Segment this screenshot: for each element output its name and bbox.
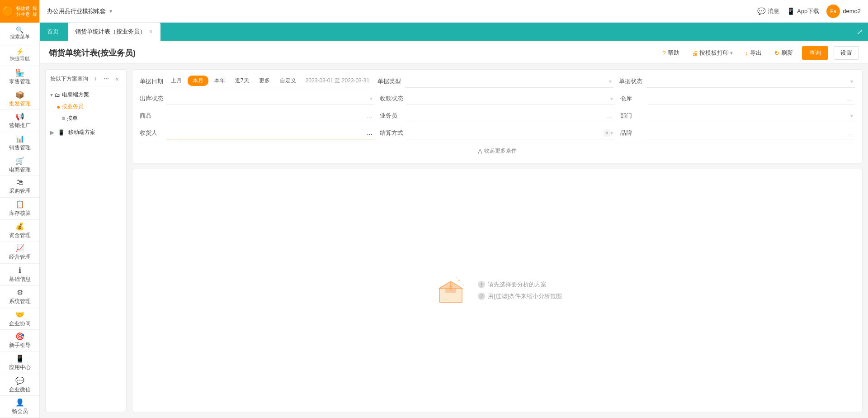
goods-ellipsis-icon[interactable]: … (366, 112, 373, 119)
page-header-actions: ? 帮助 🖨 按模板打印 ▾ ↓ 导出 ↻ 刷新 查询 设置 (659, 46, 859, 60)
phone-icon: 📱 (787, 7, 795, 15)
date-more-btn[interactable]: 更多 (255, 76, 274, 86)
tab-home[interactable]: 首页 (40, 23, 66, 41)
payment-label: 收款状态 (380, 95, 407, 103)
collapse-up-icon: ⋀ (478, 148, 482, 154)
add-scheme-btn[interactable]: + (91, 74, 100, 83)
doc-type-arrow-icon: ▾ (609, 78, 612, 85)
export-icon: ↓ (745, 50, 749, 57)
operations-icon: 📈 (15, 244, 24, 252)
department-select[interactable]: ▾ (647, 109, 855, 122)
goods-select[interactable]: … (167, 109, 374, 122)
svg-point-7 (458, 280, 460, 281)
sidebar-item-basic-info[interactable]: ℹ 基础信息 (0, 264, 39, 286)
inventory-icon: 📋 (15, 200, 24, 209)
brand-select[interactable]: … (647, 127, 855, 139)
consignee-input-wrap[interactable]: … (167, 127, 374, 139)
member-icon: 👤 (15, 398, 24, 407)
query-btn[interactable]: 查询 (802, 46, 828, 60)
retail-icon: 🏪 (15, 68, 24, 77)
sidebar-item-enterprise[interactable]: 🤝 企业协同 (0, 308, 39, 330)
brand-ellipsis-icon[interactable]: … (847, 129, 853, 137)
warehouse-ellipsis-icon[interactable]: … (847, 95, 853, 102)
mobile-scheme-group[interactable]: ▶ 📱 移动端方案 (46, 127, 126, 138)
date-label: 单据日期 (140, 77, 167, 86)
date-this-month-btn[interactable]: 本月 (188, 76, 208, 86)
tab-active[interactable]: 销货单统计表（按业务员） × (68, 23, 160, 41)
guide-icon: 🎯 (15, 332, 24, 341)
pc-scheme-group-header[interactable]: ▾ 🗂 电脑端方案 (46, 89, 126, 100)
right-panel: 单据日期 上月 本月 本年 近7天 更多 自定义 2023-03-01 至 20… (132, 69, 863, 412)
mobile-folder-icon: 📱 (58, 129, 65, 136)
warehouse-select[interactable]: … (647, 92, 855, 105)
filter-row-4: 收货人 … 结算方式 × ▾ 品牌 (140, 127, 855, 139)
doc-type-label: 单据类型 (377, 77, 405, 86)
sidebar-item-inventory[interactable]: 📋 库存核算 (0, 198, 39, 220)
sidebar-item-purchase[interactable]: 🛍 采购管理 (0, 176, 39, 198)
consignee-ellipsis-icon[interactable]: … (367, 129, 373, 136)
sidebar-item-app-center[interactable]: 📱 应用中心 (0, 352, 39, 374)
tab-bar: 首页 销货单统计表（按业务员） × ⤢ (40, 23, 868, 41)
svg-point-0 (106, 78, 107, 79)
date-prev-month-btn[interactable]: 上月 (167, 76, 186, 86)
sidebar-item-wechat[interactable]: 💬 企业微信 (0, 374, 39, 396)
warehouse-label: 仓库 (620, 95, 647, 103)
svg-point-9 (456, 277, 457, 279)
print-btn[interactable]: 🖨 按模板打印 ▾ (689, 47, 736, 59)
sidebar-item-wholesale[interactable]: 📦 批发管理 (0, 88, 39, 110)
collapse-panel-btn[interactable]: « (113, 74, 122, 83)
date-custom-btn[interactable]: 自定义 (276, 76, 300, 86)
stock-out-select[interactable]: ▾ (167, 92, 374, 105)
scheme-item-order[interactable]: ≡ 按单 (46, 113, 126, 124)
edit-scheme-btn[interactable] (102, 74, 111, 83)
app-logo: 🟠 畅捷通好生意 标版 (0, 0, 39, 23)
sidebar-item-finance[interactable]: 💰 资金管理 (0, 220, 39, 242)
salesperson-ellipsis-icon[interactable]: … (607, 112, 613, 119)
doc-type-select[interactable]: ▾ (405, 75, 613, 88)
empty-tip-1: 1 请先选择要分析的方案 (478, 280, 561, 289)
mobile-group-arrow-icon: ▶ (50, 129, 54, 136)
refresh-btn[interactable]: ↻ 刷新 (771, 47, 797, 59)
empty-state-content: 1 请先选择要分析的方案 2 用[过滤]条件来缩小分析范围 (433, 272, 561, 309)
top-nav: 办公用品行业模拟账套 ▾ 💬 消息 📱 App下载 Ea demo2 (40, 0, 868, 23)
date-this-year-btn[interactable]: 本年 (210, 76, 229, 86)
tab-close-btn[interactable]: × (148, 28, 153, 35)
sidebar-item-guide[interactable]: 🎯 新手引导 (0, 330, 39, 352)
sidebar-item-system[interactable]: ⚙ 系统管理 (0, 286, 39, 308)
sidebar-item-ecommerce[interactable]: 🛒 电商管理 (0, 154, 39, 176)
filter-area: 单据日期 上月 本月 本年 近7天 更多 自定义 2023-03-01 至 20… (132, 69, 863, 163)
sidebar-item-member[interactable]: 👤 畅会员 (0, 396, 39, 418)
scheme-item-salesperson[interactable]: ● 按业务员 (46, 100, 126, 113)
settlement-select[interactable]: × ▾ (407, 127, 614, 139)
user-avatar-btn[interactable]: Ea demo2 (826, 5, 861, 18)
tab-maximize-btn[interactable]: ⤢ (857, 28, 863, 36)
sidebar-search-menu[interactable]: 🔍 搜索菜单 (0, 23, 39, 44)
salesperson-label: 业务员 (380, 112, 407, 120)
sidebar-item-sales[interactable]: 📊 销售管理 (0, 132, 39, 154)
purchase-icon: 🛍 (16, 178, 24, 186)
avatar: Ea (826, 5, 840, 18)
help-btn[interactable]: ? 帮助 (659, 47, 683, 59)
filter-row-3: 商品 … 业务员 … 部门 ▾ (140, 109, 855, 122)
pc-group-folder-icon: 🗂 (55, 92, 60, 98)
pc-group-arrow-icon: ▾ (50, 92, 53, 98)
sidebar-item-operations[interactable]: 📈 经营管理 (0, 242, 39, 264)
sidebar-item-retail[interactable]: 🏪 零售管理 (0, 66, 39, 88)
date-recent7-btn[interactable]: 近7天 (231, 76, 253, 86)
export-btn[interactable]: ↓ 导出 (742, 47, 766, 59)
message-btn[interactable]: 💬 消息 (757, 7, 779, 15)
app-download-btn[interactable]: 📱 App下载 (787, 7, 819, 15)
breadcrumb-arrow[interactable]: ▾ (109, 8, 113, 14)
salesperson-select[interactable]: … (407, 109, 614, 122)
sidebar-item-marketing[interactable]: 📢 营销推广 (0, 110, 39, 132)
settings-btn[interactable]: 设置 (834, 46, 859, 60)
collapse-bar[interactable]: ⋀ 收起更多条件 (140, 144, 855, 157)
help-icon: ? (662, 50, 665, 57)
message-icon: 💬 (757, 7, 766, 15)
settlement-tag-x-btn[interactable]: × (605, 130, 609, 136)
sidebar-quick-nav[interactable]: ⚡ 快捷导航 (0, 44, 39, 66)
consignee-input[interactable] (169, 129, 367, 136)
payment-select[interactable]: ▾ (407, 92, 614, 105)
date-filter: 上月 本月 本年 近7天 更多 自定义 2023-03-01 至 2023-03… (167, 76, 369, 86)
doc-status-select[interactable]: ▾ (646, 75, 855, 88)
